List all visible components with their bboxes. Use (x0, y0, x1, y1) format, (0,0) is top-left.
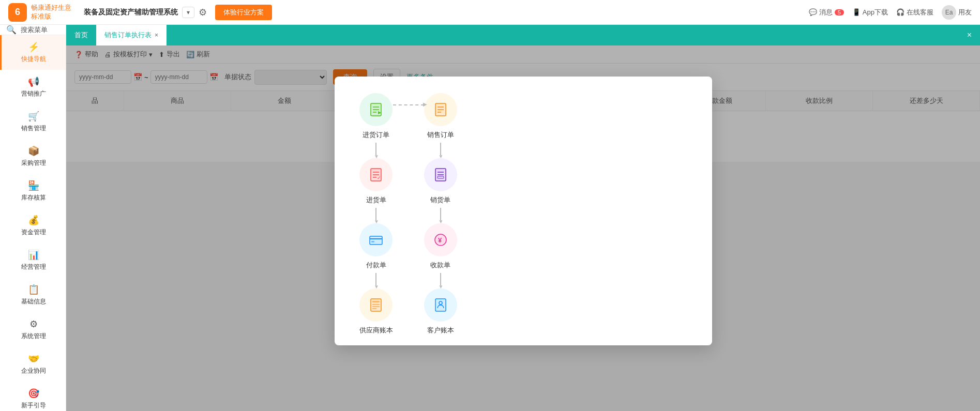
supplier-ledger-label: 供应商账本 (359, 326, 393, 335)
sidebar-item-marketing[interactable]: 📢营销推广 (0, 70, 66, 104)
sales-bill-icon (424, 158, 457, 191)
arrow-line-v2 (375, 208, 376, 220)
left-col: 进货订单 ✓ (359, 93, 393, 335)
svg-rect-15 (371, 241, 374, 242)
sidebar-item-finance[interactable]: 💰资金管理 (0, 208, 66, 243)
content-area: 首页 销售订单执行表 × × ❓ 帮助 🖨 (66, 25, 980, 411)
tab-bar: 首页 销售订单执行表 × × (66, 25, 980, 45)
service-icon: 🎧 (896, 8, 904, 16)
sales-order-label: 销售订单 (427, 130, 454, 140)
tab-home[interactable]: 首页 (66, 25, 96, 45)
app-download-btn[interactable]: 📱 App下载 (852, 8, 888, 17)
arrow-v1 (375, 140, 376, 158)
arrow-line-v-right: ▼ (440, 143, 441, 155)
logo-icon: 6 (8, 3, 27, 22)
search-icon: 🔍 (6, 25, 17, 35)
arrow-h-top: ▶ (393, 104, 424, 186)
sidebar-label-quick-nav: 快捷导航 (21, 55, 46, 64)
mid-row: ▼ (440, 140, 441, 158)
sidebar-icon-operations: 📊 (28, 249, 39, 261)
svg-rect-18 (372, 301, 380, 302)
payment-bill-node: 付款单 (359, 223, 393, 270)
tab-close-all-btn[interactable]: × (959, 31, 980, 40)
sidebar: 🔍 搜索菜单 ⚡快捷导航📢营销推广🛒销售管理📦采购管理🏪库存核算💰资金管理📊经营… (0, 25, 66, 411)
sidebar-icon-marketing: 📢 (28, 76, 39, 87)
sidebar-item-newbie[interactable]: 🎯新手引导 (0, 382, 66, 411)
sidebar-item-purchase[interactable]: 📦采购管理 (0, 139, 66, 174)
sidebar-item-operations[interactable]: 📊经营管理 (0, 243, 66, 278)
sidebar-search[interactable]: 🔍 搜索菜单 (0, 25, 66, 35)
sidebar-icon-sales: 🛒 (28, 111, 39, 122)
customer-ledger-node: 客户账本 (424, 288, 457, 335)
sidebar-label-inventory: 库存核算 (21, 193, 46, 202)
sidebar-item-basics[interactable]: 📋基础信息 (0, 278, 66, 312)
modal-overlay[interactable]: 进货订单 ✓ (66, 45, 980, 411)
sidebar-search-label: 搜索菜单 (21, 25, 48, 35)
sales-bill-label: 销货单 (430, 195, 450, 205)
sidebar-item-enterprise[interactable]: 🤝企业协同 (0, 347, 66, 382)
receipt-bill-node: ¥ 收款单 (424, 223, 457, 270)
tab-sales-order[interactable]: 销售订单执行表 × (96, 25, 167, 45)
download-icon: 📱 (852, 8, 861, 16)
sidebar-icon-finance: 💰 (28, 215, 39, 226)
sidebar-item-quick-nav[interactable]: ⚡快捷导航 (0, 35, 66, 70)
logo-area: 6 畅康通好生意 标准版 (8, 3, 71, 22)
purchase-bill-label: 进货单 (366, 195, 386, 205)
customer-ledger-label: 客户账本 (427, 326, 454, 335)
top-bar-right: 💬 消息 5 📱 App下载 🎧 在线客服 Ea 用友 (809, 5, 972, 20)
arrow-line-v-right2 (440, 208, 441, 220)
svg-text:¥: ¥ (438, 236, 442, 244)
purchase-bill-icon: ✓ (359, 158, 393, 191)
sidebar-item-system[interactable]: ⚙系统管理 (0, 312, 66, 347)
sidebar-label-system: 系统管理 (21, 332, 46, 341)
sales-order-icon (424, 93, 457, 126)
sidebar-icon-newbie: 🎯 (28, 388, 39, 399)
experience-btn[interactable]: 体验行业方案 (215, 5, 272, 20)
sidebar-icon-enterprise: 🤝 (28, 353, 39, 364)
sidebar-label-basics: 基础信息 (21, 297, 46, 306)
tab-close-btn[interactable]: × (155, 32, 158, 39)
arrow-v3 (375, 270, 376, 288)
modal: 进货订单 ✓ (335, 77, 712, 345)
message-icon: 💬 (809, 8, 817, 16)
sidebar-icon-basics: 📋 (28, 284, 39, 295)
online-service-btn[interactable]: 🎧 在线客服 (896, 8, 933, 17)
sales-bill-node: 销货单 (424, 158, 457, 205)
system-dropdown-btn[interactable]: ▾ (182, 7, 194, 18)
purchase-order-label: 进货订单 (363, 130, 389, 140)
sidebar-label-finance: 资金管理 (21, 228, 46, 237)
sidebar-label-marketing: 营销推广 (21, 89, 46, 98)
settings-btn[interactable]: ⚙ (199, 7, 207, 18)
message-btn[interactable]: 💬 消息 5 (809, 8, 844, 17)
main-area: 🔍 搜索菜单 ⚡快捷导航📢营销推广🛒销售管理📦采购管理🏪库存核算💰资金管理📊经营… (0, 25, 980, 411)
sidebar-item-sales[interactable]: 🛒销售管理 (0, 104, 66, 139)
purchase-bill-node: ✓ 进货单 (359, 158, 393, 205)
payment-bill-icon (359, 223, 393, 256)
page-content: ❓ 帮助 🖨 按模板打印 ▾ ⬆ 导出 🔄 刷新 (66, 45, 980, 411)
arrow-v2 (375, 205, 376, 223)
sidebar-item-inventory[interactable]: 🏪库存核算 (0, 174, 66, 208)
system-name: 装备及固定资产辅助管理系统 (84, 8, 178, 17)
sidebar-label-newbie: 新手引导 (21, 401, 46, 410)
arrow-v-right2 (440, 205, 441, 223)
sidebar-label-purchase: 采购管理 (21, 159, 46, 168)
user-area[interactable]: Ea 用友 (942, 5, 972, 20)
arrow-line-v-right3 (440, 273, 441, 285)
svg-text:✓: ✓ (377, 175, 381, 180)
sidebar-label-operations: 经营管理 (21, 263, 46, 271)
message-badge: 5 (835, 9, 844, 16)
customer-ledger-icon (424, 288, 457, 322)
svg-rect-12 (370, 236, 382, 245)
sidebar-icon-inventory: 🏪 (28, 180, 39, 191)
receipt-bill-icon: ¥ (424, 223, 457, 256)
logo-text: 畅康通好生意 标准版 (31, 4, 71, 21)
arrow-line-v3 (375, 273, 376, 285)
receipt-bill-label: 收款单 (430, 261, 450, 270)
sidebar-icon-purchase: 📦 (28, 145, 39, 157)
sales-order-node: 销售订单 (424, 93, 457, 140)
arrow-v-right3 (440, 270, 441, 288)
sidebar-items: ⚡快捷导航📢营销推广🛒销售管理📦采购管理🏪库存核算💰资金管理📊经营管理📋基础信息… (0, 35, 66, 411)
purchase-order-node: 进货订单 (359, 93, 393, 140)
supplier-ledger-icon (359, 288, 393, 322)
sidebar-label-sales: 销售管理 (21, 124, 46, 133)
